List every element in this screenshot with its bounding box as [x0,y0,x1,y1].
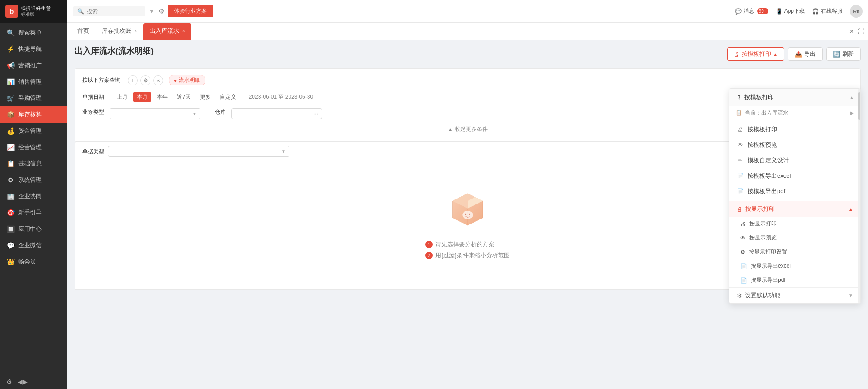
filter-collapse-btn[interactable]: « [153,75,163,85]
biz-type-select[interactable] [110,108,200,119]
dropdown-display-print[interactable]: 🖨 按显示打印 [729,217,860,231]
display-section-header[interactable]: 🖨 按显示打印 ▲ [729,201,860,217]
tab-close-all-icon[interactable]: ✕ [849,28,854,35]
topbar-app-download[interactable]: 📱 App下载 [776,7,805,15]
dropdown-collapse-icon[interactable]: ▲ [849,95,854,100]
sidebar-collapse-icon[interactable]: ◀▶ [18,378,28,385]
topbar-search-input[interactable] [87,8,132,15]
dropdown-footer[interactable]: ⚙ 设置默认功能 ▼ [729,287,860,303]
dropdown-scrollbar[interactable] [858,89,860,303]
sidebar-item-quicknav[interactable]: ⚡ 快捷导航 [0,41,67,57]
page-toolbar: 🖨 按模板打印 ▲ 📤 导出 🔄 刷新 [727,47,861,61]
sidebar-item-apps[interactable]: 🔲 应用中心 [0,221,67,237]
inventory-icon: 📦 [6,111,15,118]
doc-type-label: 单据类型 [82,148,104,155]
date-tab-prev-month[interactable]: 上月 [113,92,131,102]
dropdown-header: 🖨 按模板打印 ▲ [729,89,860,106]
basic-icon: 📋 [6,160,15,167]
topbar-gear-icon[interactable]: ⚙ [158,7,164,15]
guide-icon: 🎯 [6,209,15,216]
refresh-btn[interactable]: 🔄 刷新 [826,47,861,61]
topbar-msg[interactable]: 💬 消息 99+ [735,7,768,15]
sidebar-item-enterprise[interactable]: 🏢 企业协同 [0,188,67,204]
print-expand-icon[interactable]: ▲ [773,52,778,57]
tab-expand-icon[interactable]: ⛶ [858,28,864,35]
biz-type-label: 业务类型 [82,108,104,116]
display-collapse-icon[interactable]: ▲ [848,207,853,212]
dropdown-item-template-pdf[interactable]: 📄 按模板导出pdf [729,184,860,199]
app-name: 畅捷通好生意 [21,5,51,11]
date-label: 单据日期 [82,93,104,101]
warehouse-label: 仓库 [215,108,226,116]
apps-icon: 🔲 [6,225,15,233]
tab-flow[interactable]: 出入库流水 × [143,23,191,40]
sidebar-item-basic[interactable]: 📋 基础信息 [0,155,67,172]
filter-add-btn[interactable]: + [128,75,138,85]
display-print-icon: 🖨 [740,221,746,227]
footer-expand-icon[interactable]: ▼ [848,293,853,298]
filter-tag-icon: ● [174,77,177,84]
dropdown-display-settings[interactable]: ⚙ 按显示打印设置 [729,245,860,259]
tab-flow-close[interactable]: × [182,28,185,34]
filter-scheme-label: 按以下方案查询 [82,76,120,84]
sidebar-item-finance[interactable]: 💰 资金管理 [0,123,67,139]
doc-type-select[interactable] [108,146,289,157]
tab-batch-close[interactable]: × [134,28,137,34]
dropdown-display-pdf[interactable]: 📄 按显示导出pdf [729,273,860,287]
sidebar-bottom: ⚙ ◀▶ [0,374,67,389]
display-settings-icon: ⚙ [740,249,745,255]
sidebar-item-guide[interactable]: 🎯 新手引导 [0,204,67,221]
date-tab-cur-month[interactable]: 本月 [133,92,151,102]
user-avatar[interactable]: Rit [850,5,863,18]
template-preview-icon: 👁 [737,142,744,148]
dropdown-item-template-excel[interactable]: 📄 按模板导出excel [729,168,860,184]
industry-btn[interactable]: 体验行业方案 [168,5,213,17]
sidebar-item-purchase[interactable]: 🛒 采购管理 [0,90,67,106]
topbar-dropdown-icon[interactable]: ▼ [149,8,155,15]
warehouse-field[interactable]: ··· [231,108,322,119]
sidebar-item-wechat[interactable]: 💬 企业微信 [0,237,67,254]
sidebar: b 畅捷通好生意 标准版 🔍 搜索菜单 ⚡ 快捷导航 📢 营销推广 📊 销售管理… [0,0,67,389]
date-range: 2023-06-01 至 2023-06-30 [249,93,313,101]
dropdown-display-excel[interactable]: 📄 按显示导出excel [729,259,860,273]
message-icon: 💬 [735,8,742,15]
date-tab-custom[interactable]: 自定义 [216,92,240,102]
empty-tip-2: 2 用[过滤]条件来缩小分析范围 [425,251,509,259]
dropdown-item-template-print[interactable]: 🖨 按模板打印 [729,122,860,137]
template-print-icon: 🖨 [737,126,744,133]
msg-badge: 99+ [757,8,768,14]
sidebar-item-marketing[interactable]: 📢 营销推广 [0,57,67,74]
dropdown-display-preview[interactable]: 👁 按显示预览 [729,231,860,245]
sidebar-item-sales[interactable]: 📊 销售管理 [0,74,67,90]
sidebar-item-search[interactable]: 🔍 搜索菜单 [0,25,67,41]
dropdown-item-template-custom[interactable]: ✏ 模板自定义设计 [729,153,860,168]
warehouse-more-icon[interactable]: ··· [314,110,318,117]
export-btn[interactable]: 📤 导出 [788,47,823,61]
filter-settings-btn[interactable]: ⚙ [140,75,150,85]
filter-row-1: 按以下方案查询 + ⚙ « ● 流水明细 [82,75,853,85]
current-expand-icon[interactable]: ▶ [850,110,854,115]
topbar: 🔍 ▼ ⚙ 体验行业方案 💬 消息 99+ 📱 App下载 🎧 在线客服 Rit [67,0,868,23]
scrollbar-thumb[interactable] [858,92,860,120]
tab-batch[interactable]: 库存批次账 × [95,23,143,40]
sidebar-item-system[interactable]: ⚙ 系统管理 [0,172,67,188]
sidebar-item-operations[interactable]: 📈 经营管理 [0,139,67,155]
dropdown-item-template-preview[interactable]: 👁 按模板预览 [729,137,860,153]
template-print-btn[interactable]: 🖨 按模板打印 ▲ [727,47,784,61]
dropdown-panel: 🖨 按模板打印 ▲ 📋 当前：出入库流水 ▶ 🖨 按模板打印 [729,88,861,304]
svg-point-5 [462,211,473,219]
date-tab-7days[interactable]: 近7天 [173,92,195,102]
template-pdf-icon: 📄 [737,188,744,194]
sidebar-item-inventory[interactable]: 📦 库存核算 [0,106,67,123]
date-tabs: 上月 本月 本年 近7天 更多 自定义 [113,92,240,102]
active-filter-tag[interactable]: ● 流水明细 [169,75,205,85]
dropdown-display-section: 🖨 按显示打印 ▲ 🖨 按显示打印 👁 按显示预览 ⚙ 按显示打印设置 [729,201,860,287]
tab-home[interactable]: 首页 [71,23,95,40]
date-tab-cur-year[interactable]: 本年 [153,92,171,102]
svg-point-7 [469,214,470,215]
member-icon: 👑 [6,258,15,265]
topbar-online-service[interactable]: 🎧 在线客服 [812,7,843,15]
date-tab-more[interactable]: 更多 [196,92,215,102]
sidebar-item-member[interactable]: 👑 畅会员 [0,254,67,270]
sidebar-settings-icon[interactable]: ⚙ [6,378,12,385]
